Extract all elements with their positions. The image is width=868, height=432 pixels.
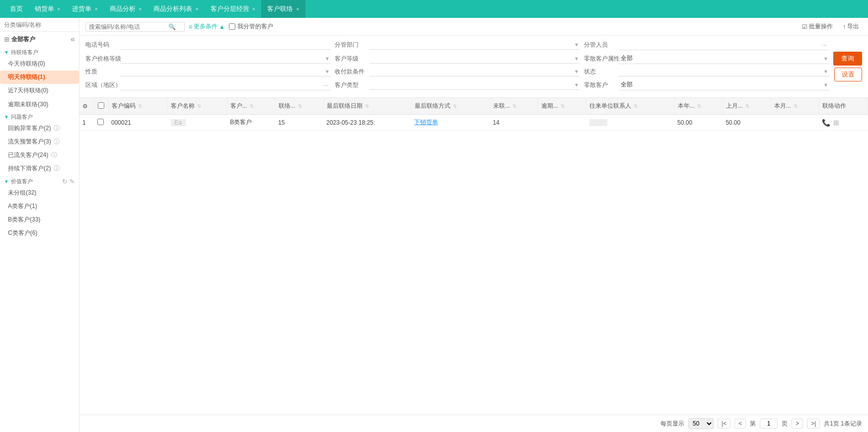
main-search-input[interactable] (89, 23, 168, 30)
col-this-month[interactable]: 本月... ⇅ (771, 98, 819, 115)
close-sales-order-icon[interactable]: × (57, 6, 60, 12)
next-page-button[interactable]: > (792, 419, 803, 429)
info-icon-0: ⓘ (54, 125, 60, 132)
sidebar: 🔍 ⊞ 全部客户 « ▼ 待联络客户 今天待联络(0) 明天待联络(1) 近7天… (0, 18, 79, 432)
nav-product-analysis[interactable]: 商品分析 × (104, 0, 147, 18)
filter-retail-attr: 零散客户属性 全部 ▾ (584, 53, 829, 64)
nav-home[interactable]: 首页 (4, 0, 29, 18)
close-customer-seg-icon[interactable]: × (252, 6, 255, 12)
filter-status-select[interactable]: ▾ (619, 67, 829, 76)
nav-product-analysis-list[interactable]: 商品分析列表 × (147, 0, 204, 18)
query-button[interactable]: 查询 (833, 52, 862, 66)
filter-dept-select[interactable]: ▾ (369, 40, 580, 50)
row-name[interactable]: Ea (168, 115, 227, 131)
content-area: 🔍 ≡ 更多条件 ▲ 我分管的客户 ☑ 批量操作 ↑ 导出 (79, 18, 868, 432)
customer-table: ⚙ 客户编码 ⇅ 客户名称 ⇅ 客户... ⇅ (79, 98, 868, 131)
filter-nature: 性质 ▾ (85, 67, 331, 76)
row-select-checkbox[interactable] (97, 119, 104, 125)
filter-retail-customer-select[interactable]: 全部 ▾ (619, 79, 829, 90)
sidebar-item-b-class[interactable]: B类客户(33) (0, 213, 79, 226)
phone-action-icon[interactable]: 📞 (822, 119, 830, 127)
col-customer-code[interactable]: 客户编码 ⇅ (108, 98, 168, 115)
settings-button[interactable]: 设置 (834, 68, 862, 81)
sidebar-item-overdue[interactable]: 逾期未联络(30) (0, 98, 79, 111)
first-page-button[interactable]: |< (718, 419, 730, 429)
sidebar-item-7days[interactable]: 近7天待联络(0) (0, 84, 79, 97)
col-last-month[interactable]: 上月... ⇅ (723, 98, 771, 115)
more-conditions-button[interactable]: ≡ 更多条件 ▲ (189, 22, 225, 31)
filter-nature-select[interactable]: ▾ (120, 67, 331, 76)
row-code: 000021 (108, 115, 168, 131)
sidebar-item-ungrouped[interactable]: 未分组(32) (0, 186, 79, 200)
sidebar-search-input[interactable] (4, 21, 78, 28)
sidebar-item-a-class[interactable]: A类客户(1) (0, 200, 79, 213)
col-customer-name[interactable]: 客户名称 ⇅ (168, 98, 227, 115)
page-size-select[interactable]: 50 100 (688, 418, 714, 429)
nav-purchase-order[interactable]: 进货单 × (66, 0, 103, 18)
nav-customer-contact[interactable]: 客户联络 × (261, 0, 305, 18)
main-search-icon[interactable]: 🔍 (168, 23, 176, 30)
filter-customer-level-select[interactable]: ▾ (369, 54, 580, 64)
advanced-filter-panel: 电话号码 分管部门 ▾ 分管人员 (79, 36, 868, 98)
value-group-label: ▼ 价值客户 ↻ ✎ (0, 176, 79, 186)
close-customer-contact-icon[interactable]: × (296, 6, 299, 12)
sidebar-item-c-class[interactable]: C类客户(6) (0, 226, 79, 240)
nav-customer-segmentation[interactable]: 客户分层经营 × (205, 0, 261, 18)
manager-dots-icon[interactable]: ··· (821, 41, 827, 49)
region-dots-icon[interactable]: ··· (323, 81, 329, 89)
checkbox-batch-icon: ☑ (802, 23, 807, 30)
sidebar-item-declining-customers[interactable]: 持续下滑客户(2) ⓘ (0, 162, 79, 175)
col-this-year[interactable]: 本年... ⇅ (674, 98, 723, 115)
date-sort-icon: ⇅ (365, 103, 369, 109)
col-customer-type[interactable]: 客户... ⇅ (227, 98, 275, 115)
table-row: 1 000021 Ea B类客户 15 2023-05-23 18:25: 下销… (79, 115, 868, 131)
col-contact-person[interactable]: 往来单位联系人 ⇅ (586, 98, 674, 115)
close-product-list-icon[interactable]: × (195, 6, 198, 12)
col-overdue[interactable]: 逾期... ⇅ (538, 98, 586, 115)
filter-customer-type-select[interactable]: ▾ (369, 80, 580, 90)
select-all-checkbox[interactable] (98, 102, 104, 109)
prev-page-button[interactable]: < (734, 419, 746, 429)
value-arrow-icon: ▼ (4, 179, 9, 184)
filter-retail-attr-select[interactable]: 全部 ▾ (619, 53, 829, 64)
sidebar-item-lost-customers[interactable]: 已流失客户(24) ⓘ (0, 148, 79, 162)
close-product-analysis-icon[interactable]: × (139, 6, 142, 12)
col-contacts[interactable]: 联络... ⇅ (275, 98, 323, 115)
collapse-icon[interactable]: « (71, 35, 75, 44)
col-checkbox[interactable] (94, 98, 108, 115)
info-icon-2: ⓘ (51, 151, 57, 158)
total-records-label: 共1页 1条记录 (824, 420, 862, 428)
col-last-contact-method[interactable]: 最后联络方式 ⇅ (411, 98, 490, 115)
nocontact-sort-icon: ⇅ (512, 103, 516, 109)
col-settings[interactable]: ⚙ (79, 98, 94, 115)
filter-dept: 分管部门 ▾ (335, 40, 580, 50)
sidebar-item-repurchase-abnormal[interactable]: 回购异常客户(2) ⓘ (0, 122, 79, 135)
all-customers-section[interactable]: ⊞ 全部客户 « (0, 32, 79, 47)
last-page-button[interactable]: >| (807, 419, 820, 429)
col-last-contact-date[interactable]: 最后联络日期 ⇅ (323, 98, 411, 115)
filter-row-1: 电话号码 分管部门 ▾ 分管人员 (85, 40, 829, 50)
dept-select-arrow-icon: ▾ (575, 41, 578, 48)
filter-payment-select[interactable]: ▾ (369, 67, 580, 76)
sidebar-item-today[interactable]: 今天待联络(0) (0, 57, 79, 71)
page-number-input[interactable] (760, 419, 778, 429)
close-purchase-order-icon[interactable]: × (94, 6, 97, 12)
sidebar-item-churn-warning[interactable]: 流失预警客户(3) ⓘ (0, 135, 79, 148)
filter-phone-input[interactable] (120, 40, 331, 50)
col-no-contact-days[interactable]: 未联... ⇅ (490, 98, 538, 115)
export-button[interactable]: ↑ 导出 (840, 21, 862, 32)
main-layout: 🔍 ⊞ 全部客户 « ▼ 待联络客户 今天待联络(0) 明天待联络(1) 近7天… (0, 18, 868, 432)
row-checkbox[interactable] (94, 115, 108, 131)
nav-sales-order[interactable]: 销货单 × (29, 0, 66, 18)
edit-value-icon[interactable]: ✎ (70, 178, 75, 185)
filter-price-level-select[interactable]: ▾ (120, 54, 331, 64)
sidebar-item-tomorrow[interactable]: 明天待联络(1) (0, 71, 79, 84)
grid-action-icon[interactable]: ⊞ (833, 119, 839, 127)
refresh-icon[interactable]: ↻ (62, 178, 68, 185)
my-customers-checkbox-label[interactable]: 我分管的客户 (229, 22, 273, 31)
row-last-contact-method[interactable]: 下销货单 (411, 115, 490, 131)
my-customers-checkbox[interactable] (229, 23, 235, 30)
sidebar-search-area: 🔍 (0, 18, 79, 32)
batch-ops-button[interactable]: ☑ 批量操作 (799, 21, 836, 32)
row-contacts: 15 (275, 115, 323, 131)
